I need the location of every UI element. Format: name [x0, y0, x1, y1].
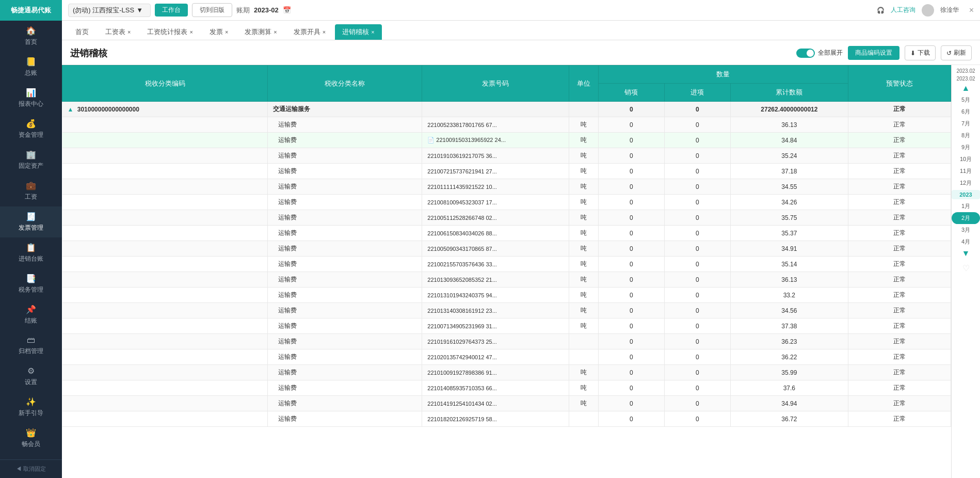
- row-unit: [569, 102, 598, 117]
- month-may[interactable]: 5月: [952, 94, 980, 106]
- month-jan[interactable]: 1月: [952, 200, 980, 212]
- scroll-up-arrow[interactable]: ▲: [961, 83, 971, 94]
- sidebar-item-settings[interactable]: ⚙ 设置: [0, 361, 62, 392]
- topbar-close-icon[interactable]: ×: [969, 6, 974, 15]
- switch-version-button[interactable]: 切到旧版: [192, 3, 232, 17]
- row-sales: 0: [598, 380, 664, 396]
- row-unit: 吨: [569, 380, 598, 396]
- sidebar-item-payroll[interactable]: 💼 工资: [0, 176, 62, 206]
- table-row[interactable]: 运输费 221013140308161912 23... 吨 0 0 34.56…: [62, 303, 951, 318]
- tab-invoice-calc[interactable]: 发票测算 ×: [237, 24, 284, 40]
- month-sep[interactable]: 9月: [952, 141, 980, 153]
- month-apr[interactable]: 4月: [952, 236, 980, 248]
- sidebar-item-close[interactable]: 📌 结账: [0, 299, 62, 330]
- table-row[interactable]: 运输费 221007134905231969 31... 吨 0 0 37.38…: [62, 318, 951, 334]
- toggle-track[interactable]: [796, 49, 815, 58]
- table-row[interactable]: 运输费 221013101943240375 94... 吨 0 0 33.2 …: [62, 288, 951, 303]
- table-row[interactable]: 运输费 221010091927898386 91... 吨 0 0 35.99…: [62, 365, 951, 380]
- expand-icon[interactable]: ▲: [68, 106, 74, 113]
- tab-invoice-issue-label: 发票开具: [294, 27, 320, 37]
- sidebar-item-archive[interactable]: 🗃 归档管理: [0, 330, 62, 361]
- table-row[interactable]: 运输费 221018202126925719 58... 0 0 36.72 正…: [62, 411, 951, 427]
- settings-button[interactable]: 商品编码设置: [848, 46, 899, 60]
- right-panel: 2023.02 2023.02 ▲ 5月 6月 7月 8月 9月 10月 11月…: [951, 65, 980, 478]
- month-jun[interactable]: 6月: [952, 106, 980, 118]
- sidebar-item-tax[interactable]: 📑 税务管理: [0, 268, 62, 299]
- table-row[interactable]: 运输费 221014085935710353 66... 吨 0 0 37.6 …: [62, 380, 951, 396]
- tab-sales-check[interactable]: 进销稽核 ×: [335, 24, 381, 40]
- sidebar-item-invoice[interactable]: 🧾 发票管理: [0, 206, 62, 237]
- month-mar[interactable]: 3月: [952, 224, 980, 236]
- table-row[interactable]: 运输费 221007215737621941 27... 吨 0 0 37.18…: [62, 164, 951, 179]
- month-dec[interactable]: 12月: [952, 177, 980, 189]
- tab-invoice-issue-close[interactable]: ×: [323, 29, 326, 35]
- row-name: 运输费: [268, 365, 422, 380]
- sidebar-unpin[interactable]: ◀ 取消固定: [0, 459, 62, 478]
- period-value: 2023-02: [254, 6, 279, 14]
- row-total: 36.22: [731, 349, 848, 365]
- month-oct[interactable]: 10月: [952, 153, 980, 165]
- month-nov[interactable]: 11月: [952, 165, 980, 177]
- row-code: [62, 272, 268, 288]
- download-button[interactable]: ⬇ 下载: [905, 45, 936, 60]
- table-row[interactable]: 运输费 221002155703576436 33... 吨 0 0 35.14…: [62, 257, 951, 272]
- workspace-button[interactable]: 工作台: [155, 4, 188, 17]
- calendar-icon[interactable]: 📅: [283, 6, 291, 14]
- sidebar-item-ledger[interactable]: 📒 总账: [0, 52, 62, 83]
- table-row[interactable]: 运输费 221011111435921522 10... 吨 0 0 34.55…: [62, 179, 951, 195]
- home-icon: 🏠: [26, 26, 36, 36]
- month-feb[interactable]: 2月: [952, 212, 980, 224]
- table-row[interactable]: 运输费 221013093652085352 21... 吨 0 0 36.13…: [62, 272, 951, 288]
- tab-invoice-issue[interactable]: 发票开具 ×: [286, 24, 333, 40]
- table-row[interactable]: 运输费 📄 221009150313965922 24... 吨 0 0 34.…: [62, 133, 951, 148]
- row-code: [62, 303, 268, 318]
- table-row[interactable]: 运输费 221019103619217075 36... 吨 0 0 35.24…: [62, 148, 951, 164]
- month-jul[interactable]: 7月: [952, 118, 980, 130]
- table-row[interactable]: 运输费 221005233817801765 67... 吨 0 0 36.13…: [62, 117, 951, 133]
- sidebar-item-assets[interactable]: 🏢 固定资产: [0, 145, 62, 176]
- row-status: 正常: [848, 288, 951, 303]
- sidebar-item-guide[interactable]: ✨ 新手引导: [0, 392, 62, 423]
- table-row[interactable]: 运输费 221008100945323037 17... 吨 0 0 34.26…: [62, 195, 951, 210]
- sidebar-item-finance[interactable]: 💰 资金管理: [0, 114, 62, 145]
- tab-invoice[interactable]: 发票 ×: [202, 24, 235, 40]
- month-aug[interactable]: 8月: [952, 130, 980, 141]
- tab-home[interactable]: 首页: [68, 24, 96, 40]
- support-label[interactable]: 人工咨询: [891, 6, 915, 14]
- sidebar-item-membership[interactable]: 👑 畅会员: [0, 423, 62, 454]
- row-invoice: 221014085935710353 66...: [422, 380, 569, 396]
- row-purchase: 0: [664, 195, 730, 210]
- row-sales: 0: [598, 349, 664, 365]
- refresh-button[interactable]: ↺ 刷新: [941, 45, 972, 60]
- table-row[interactable]: 运输费 221019161029764373 25... 0 0 36.23 正…: [62, 334, 951, 349]
- table-row[interactable]: 运输费 221005090343170865 87... 吨 0 0 34.91…: [62, 241, 951, 257]
- table-row[interactable]: 运输费 221014191254101434 02... 吨 0 0 34.94…: [62, 396, 951, 411]
- row-status: 正常: [848, 396, 951, 411]
- row-unit: 吨: [569, 288, 598, 303]
- tab-sales-check-close[interactable]: ×: [371, 29, 374, 35]
- sidebar-item-sales-ledger[interactable]: 📋 进销台账: [0, 237, 62, 268]
- row-status: 正常: [848, 133, 951, 148]
- row-unit: 吨: [569, 241, 598, 257]
- table-row[interactable]: ▲ 301000000000000000 交通运输服务 0 0 27262.40…: [62, 102, 951, 117]
- tab-payroll-report-close[interactable]: ×: [189, 29, 192, 35]
- company-selector[interactable]: (勿动) 江西报宝-LSS ▼: [68, 4, 151, 17]
- row-status: 正常: [848, 148, 951, 164]
- th-unit: 单位: [569, 66, 598, 102]
- table-row[interactable]: 运输费 221005112528266748 02... 吨 0 0 35.75…: [62, 210, 951, 226]
- row-total: 36.13: [731, 117, 848, 133]
- page-content: 进销稽核 全部展开 商品编码设置 ⬇ 下载 ↺ 刷新: [62, 40, 980, 478]
- tab-invoice-calc-close[interactable]: ×: [274, 29, 277, 35]
- sidebar-item-reports[interactable]: 📊 报表中心: [0, 83, 62, 114]
- expand-toggle[interactable]: 全部展开: [796, 49, 843, 58]
- table-row[interactable]: 运输费 221006150834034026 88... 吨 0 0 35.37…: [62, 226, 951, 241]
- tab-invoice-close[interactable]: ×: [225, 29, 228, 35]
- row-invoice: 📄 221009150313965922 24...: [422, 133, 569, 148]
- tab-payroll-report[interactable]: 工资统计报表 ×: [140, 24, 200, 40]
- tab-payroll-close[interactable]: ×: [127, 29, 131, 35]
- scroll-down-arrow[interactable]: ▼: [961, 248, 971, 259]
- row-status: 正常: [848, 226, 951, 241]
- tab-payroll[interactable]: 工资表 ×: [98, 24, 138, 40]
- sidebar-item-home[interactable]: 🏠 首页: [0, 21, 62, 52]
- table-row[interactable]: 运输费 221020135742940012 47... 0 0 36.22 正…: [62, 349, 951, 365]
